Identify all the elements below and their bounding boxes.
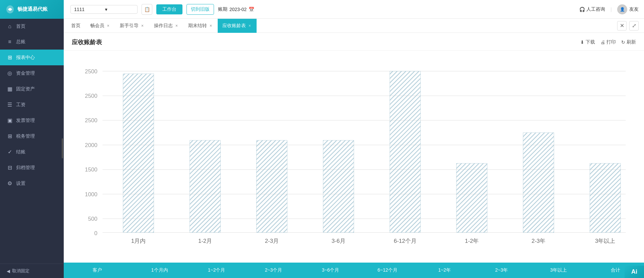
sidebar-label-fixed-assets: 固定资产	[16, 86, 35, 92]
tab-home[interactable]: 首页	[66, 19, 86, 33]
period-info: 账期 2023-02 📅	[218, 6, 254, 12]
fixed-assets-icon: ▦	[7, 86, 13, 92]
download-label: 下载	[586, 39, 595, 45]
sidebar-item-tax[interactable]: ⊞ 税务管理	[0, 128, 64, 144]
sidebar-label-ledger: 总账	[16, 39, 25, 45]
cancel-fixed-btn[interactable]: ◀ 取消固定	[0, 264, 64, 278]
sidebar-item-archive[interactable]: ⊟ 归档管理	[0, 160, 64, 176]
download-icon: ⬇	[580, 40, 584, 45]
print-label: 打印	[606, 39, 616, 45]
tab-guide-close[interactable]: ×	[141, 23, 144, 29]
sidebar-item-reports[interactable]: ⊞ 报表中心	[0, 50, 64, 65]
svg-text:2-3年: 2-3年	[532, 238, 545, 244]
tab-bar: 首页 畅会员 × 新手引导 × 操作日志 × 期末结转 × 应收账龄表 ×	[64, 19, 644, 33]
page-content: 应收账龄表 ⬇ 下载 🖨 打印 ↻ 刷新	[64, 33, 644, 278]
svg-text:500: 500	[88, 216, 97, 222]
tab-aging-close[interactable]: ×	[248, 23, 252, 29]
sidebar-label-settings: 设置	[16, 181, 25, 187]
checkout-icon: ✓	[7, 149, 13, 155]
ai-assistant-badge[interactable]: Ai	[625, 266, 644, 278]
workbench-button[interactable]: 工作台	[156, 4, 182, 14]
tab-maximize-btn[interactable]: ⤢	[629, 21, 639, 30]
company-select[interactable]: 1111 ▾	[70, 5, 138, 14]
col-1m: 1个月内	[131, 267, 188, 273]
user-info[interactable]: 👤 友友	[617, 4, 639, 14]
svg-rect-17	[123, 74, 154, 232]
svg-text:1月内: 1月内	[131, 238, 146, 244]
tab-oplog-close[interactable]: ×	[175, 23, 178, 29]
col-2-3y: 2~3年	[473, 267, 530, 273]
col-3-6m: 3~6个月	[302, 267, 359, 273]
svg-rect-19	[190, 140, 221, 232]
col-1-2y: 1~2年	[416, 267, 473, 273]
refresh-icon: ↻	[621, 40, 625, 45]
sidebar-label-tax: 税务管理	[16, 133, 35, 139]
page-actions: ⬇ 下载 🖨 打印 ↻ 刷新	[580, 39, 636, 45]
switch-version-button[interactable]: 切到旧版	[186, 4, 214, 15]
tab-aging-label: 应收账龄表	[222, 23, 246, 29]
sidebar-item-payroll[interactable]: ☰ 工资	[0, 97, 64, 113]
svg-text:2500: 2500	[85, 117, 97, 124]
pin-icon: ◀	[7, 269, 10, 274]
consult-link[interactable]: 🎧 人工咨询	[579, 6, 605, 12]
sidebar-item-checkout[interactable]: ✓ 结账	[0, 144, 64, 160]
tab-guide[interactable]: 新手引导 ×	[115, 19, 149, 33]
print-icon: 🖨	[600, 40, 605, 45]
tab-aging[interactable]: 应收账龄表 ×	[218, 19, 257, 33]
col-customer: 客户	[64, 267, 131, 273]
consult-label: 人工咨询	[586, 6, 605, 12]
col-6-12m: 6~12个月	[359, 267, 416, 273]
tab-guide-label: 新手引导	[120, 23, 139, 29]
tab-period-end[interactable]: 期末结转 ×	[183, 19, 218, 33]
calendar-icon-btn[interactable]: 📋	[142, 4, 152, 15]
svg-text:1500: 1500	[85, 166, 97, 173]
download-button[interactable]: ⬇ 下载	[580, 39, 595, 45]
refresh-button[interactable]: ↻ 刷新	[621, 39, 636, 45]
logo-icon	[5, 5, 15, 14]
sidebar-item-invoice[interactable]: ▣ 发票管理	[0, 113, 64, 128]
home-icon: ⌂	[7, 23, 13, 29]
period-calendar-icon: 📅	[249, 7, 254, 12]
user-label: 友友	[629, 6, 639, 12]
sidebar-label-home: 首页	[16, 23, 25, 29]
tab-period-end-close[interactable]: ×	[209, 23, 213, 29]
sidebar-item-home[interactable]: ⌂ 首页	[0, 19, 64, 34]
reports-icon: ⊞	[7, 54, 13, 61]
tab-member[interactable]: 畅会员 ×	[86, 19, 115, 33]
sidebar-item-funds[interactable]: ◎ 资金管理	[0, 65, 64, 81]
avatar: 👤	[617, 4, 627, 14]
svg-text:3年以上: 3年以上	[595, 238, 615, 244]
funds-icon: ◎	[7, 70, 13, 76]
sidebar-label-checkout: 结账	[16, 149, 25, 155]
sidebar-item-ledger[interactable]: ≡ 总账	[0, 34, 64, 50]
period-label: 账期	[218, 6, 227, 12]
tab-member-close[interactable]: ×	[106, 23, 110, 29]
sidebar-label-payroll: 工资	[16, 102, 25, 108]
content-area: 首页 畅会员 × 新手引导 × 操作日志 × 期末结转 × 应收账龄表 ×	[64, 19, 644, 278]
sidebar-item-settings[interactable]: ⚙ 设置	[0, 176, 64, 191]
archive-icon: ⊟	[7, 164, 13, 171]
svg-text:0: 0	[94, 230, 97, 236]
top-header: 畅捷通易代账 1111 ▾ 📋 工作台 切到旧版 账期 2023-02 📅 🎧 …	[0, 0, 644, 19]
print-button[interactable]: 🖨 打印	[600, 39, 616, 45]
ledger-icon: ≡	[7, 39, 13, 45]
main-layout: ⌂ 首页 ≡ 总账 ⊞ 报表中心 ◎ 资金管理 ▦ 固定资产 ☰ 工资 ▣ 发票…	[0, 19, 644, 278]
calendar-icon: 📋	[144, 7, 150, 12]
chevron-down-icon: ▾	[105, 7, 134, 12]
svg-rect-31	[590, 163, 621, 232]
settings-icon: ⚙	[7, 180, 13, 187]
tab-close-btn[interactable]: ✕	[617, 21, 627, 30]
svg-rect-23	[323, 140, 354, 232]
tab-oplog[interactable]: 操作日志 ×	[149, 19, 183, 33]
sidebar-scroll-indicator	[62, 138, 63, 158]
svg-rect-29	[523, 133, 554, 232]
svg-text:2000: 2000	[85, 142, 97, 148]
tab-bar-right: ✕ ⤢	[617, 21, 641, 30]
page-header: 应收账龄表 ⬇ 下载 🖨 打印 ↻ 刷新	[64, 33, 644, 51]
sidebar-item-fixed-assets[interactable]: ▦ 固定资产	[0, 81, 64, 97]
tab-period-end-label: 期末结转	[188, 23, 207, 29]
chart-area: 2500 2500 2500 2000 1500 1000 500 0	[64, 51, 644, 263]
col-3y-plus: 3年以上	[530, 267, 587, 273]
svg-rect-21	[256, 140, 287, 232]
svg-rect-27	[457, 163, 487, 232]
